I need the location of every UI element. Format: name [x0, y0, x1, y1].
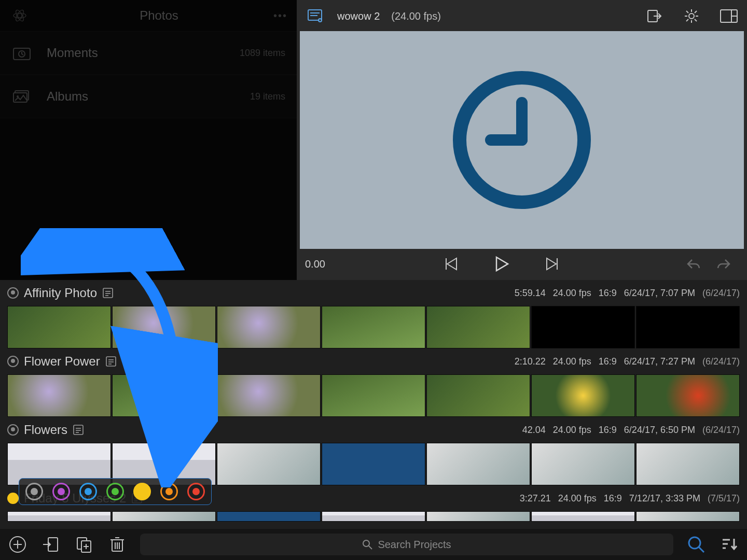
color-tag-purple[interactable] [52, 483, 70, 500]
project-meta: 3:27.21 24.00 fps 16:9 7/12/17, 3:33 PM … [520, 493, 740, 504]
svg-rect-34 [103, 288, 113, 298]
svg-line-22 [686, 19, 688, 21]
svg-marker-32 [547, 258, 556, 270]
search-placeholder: Search Projects [378, 539, 451, 551]
export-icon[interactable] [644, 6, 664, 26]
color-tag-picker[interactable] [19, 478, 212, 505]
svg-rect-42 [74, 425, 83, 435]
playback-time: 0.00 [305, 258, 325, 270]
sidebar-item-albums[interactable]: Albums 19 items [0, 75, 297, 118]
color-tag-red[interactable] [187, 483, 205, 500]
color-tag-dot[interactable] [7, 356, 19, 367]
bottom-toolbar: Search Projects [0, 529, 747, 560]
project-name: Affinity Photo [24, 286, 97, 300]
sidebar-item-count: 1089 items [240, 48, 285, 59]
clock-placeholder-icon [449, 67, 594, 213]
import-button[interactable] [40, 534, 61, 555]
svg-line-20 [695, 19, 697, 21]
add-button[interactable] [7, 534, 28, 555]
search-icon [362, 539, 372, 550]
color-tag-green[interactable] [106, 483, 124, 500]
next-clip-button[interactable] [541, 252, 564, 276]
sort-button[interactable] [719, 534, 740, 555]
gear-icon[interactable] [682, 6, 701, 26]
note-icon[interactable] [102, 287, 114, 299]
svg-line-21 [695, 11, 697, 13]
svg-point-0 [18, 13, 22, 18]
svg-marker-30 [447, 258, 457, 270]
albums-icon [11, 86, 32, 107]
photos-sidebar: Photos ••• Moments 1089 items Albums 19 … [0, 0, 297, 280]
svg-point-66 [363, 540, 369, 547]
note-icon[interactable] [105, 356, 117, 367]
color-tag-blue[interactable] [79, 483, 97, 500]
svg-point-68 [689, 537, 700, 549]
project-name: Flower Power [24, 354, 100, 369]
more-icon[interactable]: ••• [273, 10, 287, 22]
svg-marker-31 [496, 257, 508, 271]
project-thumbnails[interactable] [7, 374, 740, 417]
project-card-icon[interactable] [305, 6, 325, 26]
sidebar-title: Photos [45, 8, 273, 23]
undo-button[interactable] [682, 252, 706, 276]
project-thumbnails[interactable] [7, 511, 740, 522]
play-button[interactable] [490, 252, 514, 276]
preview-title: wowow 2 [337, 10, 380, 22]
svg-line-69 [699, 547, 704, 552]
sidebar-item-label: Moments [47, 46, 240, 60]
project-name: Flowers [24, 423, 67, 437]
svg-rect-38 [106, 357, 116, 366]
project-row[interactable]: Flowers 42.04 24.00 fps 16:9 6/24/17, 6:… [7, 419, 740, 485]
moments-icon [11, 43, 32, 63]
redo-button[interactable] [712, 252, 736, 276]
preview-canvas[interactable] [300, 31, 744, 249]
project-thumbnails[interactable] [7, 306, 740, 348]
color-tag-dot[interactable] [7, 424, 19, 436]
color-tag-gray[interactable] [25, 483, 43, 500]
prev-clip-button[interactable] [439, 252, 463, 276]
project-row[interactable]: Affinity Photo 5:59.14 24.00 fps 16:9 6/… [7, 282, 740, 348]
photos-app-icon [9, 5, 30, 26]
preview-fps: (24.00 fps) [391, 10, 441, 22]
project-meta: 42.04 24.00 fps 16:9 6/24/17, 6:50 PM (6… [522, 425, 740, 436]
trash-button[interactable] [107, 534, 128, 555]
color-tag-orange[interactable] [160, 483, 178, 500]
preview-panel: wowow 2 (24.00 fps) 0.00 [297, 0, 747, 280]
project-row[interactable]: Flower Power 2:10.22 24.00 fps 16:9 6/24… [7, 351, 740, 417]
note-icon[interactable] [73, 424, 84, 436]
filter-search-button[interactable] [686, 534, 707, 555]
layout-icon[interactable] [719, 6, 739, 26]
project-meta: 5:59.14 24.00 fps 16:9 6/24/17, 7:07 PM … [515, 288, 740, 299]
svg-line-67 [369, 546, 372, 549]
duplicate-button[interactable] [74, 534, 94, 555]
color-tag-dot[interactable] [7, 287, 19, 299]
sidebar-item-label: Albums [47, 89, 250, 104]
project-meta: 2:10.22 24.00 fps 16:9 6/24/17, 7:27 PM … [515, 356, 740, 367]
svg-point-14 [689, 13, 694, 19]
sidebar-item-moments[interactable]: Moments 1089 items [0, 31, 297, 75]
sidebar-item-count: 19 items [250, 91, 285, 102]
search-input[interactable]: Search Projects [140, 534, 673, 555]
color-tag-dot[interactable] [7, 493, 19, 504]
color-tag-yellow[interactable] [133, 483, 151, 500]
svg-line-19 [686, 11, 688, 13]
